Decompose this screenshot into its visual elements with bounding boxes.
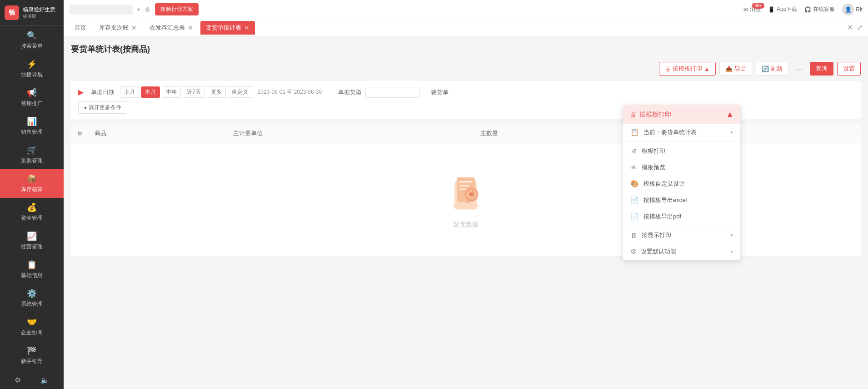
refresh-icon: 🔄	[762, 66, 769, 72]
export-button[interactable]: 📤 导出	[719, 62, 752, 76]
settings-bottom-icon[interactable]: ⚙	[15, 376, 21, 384]
date-btn-2[interactable]: 本年	[162, 86, 181, 98]
tab-close-order-stats[interactable]: ✕	[244, 24, 249, 31]
download-icon: 📱	[768, 6, 775, 13]
app-version: 标准版	[23, 13, 55, 20]
divider-1	[623, 141, 740, 142]
action-toolbar: 🖨 按模板打印 ▲ 📤 导出 🔄 刷新 ··· 查询 设置	[71, 62, 861, 76]
user-avatar: 👤	[842, 4, 854, 15]
template-design-item[interactable]: 🎨 模板自定义设计	[623, 176, 740, 192]
svg-point-8	[472, 189, 476, 192]
col-header-unit: 主计量单位	[228, 125, 475, 142]
sidebar-label-operations: 经营管理	[21, 243, 43, 251]
display-print-item[interactable]: 🖥 按显示打印 ▾	[623, 227, 740, 243]
type-filter-label: 单据类型	[338, 88, 362, 96]
message-button[interactable]: ✉ 消息 99+	[743, 5, 761, 13]
empty-illustration	[443, 170, 489, 215]
expand-conditions-button[interactable]: ▾ 展开更多条件	[78, 101, 127, 114]
sidebar-item-inventory[interactable]: 📦库存核算	[0, 169, 64, 198]
purchase-icon: 🛒	[27, 145, 37, 155]
template-export-excel-item[interactable]: 📄 按模板导出excel	[623, 192, 740, 208]
sidebar-item-purchase[interactable]: 🛒采购管理	[0, 141, 64, 169]
pdf-item-icon: 📄	[630, 212, 639, 221]
print-dropdown-header: 🖨 按模板打印 ▲	[623, 105, 740, 124]
sidebar-item-basic[interactable]: 📋基础信息	[0, 255, 64, 284]
app-download-btn[interactable]: 📱 App下载	[768, 5, 797, 13]
template-export-pdf-item[interactable]: 📄 按模板导出pdf	[623, 208, 740, 225]
dropdown-close-icon[interactable]: ▲	[726, 110, 734, 119]
sidebar-label-enterprise: 企业协同	[21, 329, 43, 337]
headset-icon: 🎧	[804, 6, 811, 13]
print-template-button[interactable]: 🖨 按模板打印 ▲	[659, 62, 716, 76]
date-filter-buttons: 上月本月本年近7天更多自定义	[120, 86, 252, 98]
sidebar-item-finance[interactable]: 💰资金管理	[0, 198, 64, 227]
sidebar-item-system[interactable]: ⚙️系统管理	[0, 284, 64, 313]
more-options-icon[interactable]: ···	[792, 62, 806, 76]
topbar: ▾ ⚙ 体验行业方案 ✉ 消息 99+ 📱 App下载 🎧 在线客服 👤 Rit	[64, 0, 868, 19]
audio-icon[interactable]: 🔈	[40, 376, 50, 384]
query-button[interactable]: 查询	[810, 62, 833, 76]
sidebar-label-finance: 资金管理	[21, 214, 43, 222]
user-profile[interactable]: 👤 Rit	[842, 4, 863, 15]
print-item-icon: 🖨	[630, 147, 637, 155]
date-btn-4[interactable]: 更多	[207, 86, 226, 98]
sidebar-item-enterprise[interactable]: 🤝企业协同	[0, 313, 64, 341]
close-window-icon[interactable]: ✕	[847, 23, 853, 32]
print-arrow-icon: ▲	[704, 66, 710, 72]
tab-home[interactable]: 首页	[69, 21, 92, 35]
logo-icon: 畅	[5, 5, 19, 20]
gear-column-icon[interactable]: ⚙	[77, 130, 83, 137]
sidebar-item-search[interactable]: 🔍搜索菜单	[0, 26, 64, 55]
sidebar-item-quicknav[interactable]: ⚡快捷导航	[0, 55, 64, 83]
date-btn-1[interactable]: 本月	[141, 86, 160, 98]
date-range-display: 2023-06-01 至 2023-06-30	[258, 88, 322, 96]
expand-collapse-btn[interactable]: ▶	[78, 88, 84, 96]
preview-item-icon: 👁	[630, 164, 637, 172]
topbar-arrow-icon[interactable]: ▾	[137, 6, 140, 13]
guide-icon: 🏁	[27, 346, 37, 356]
date-btn-5[interactable]: 自定义	[228, 86, 252, 98]
page-content: 要货单统计表(按商品) 🖨 按模板打印 ▲ 📤 导出 🔄 刷新 ··· 查询 设…	[64, 36, 868, 389]
experience-button[interactable]: 体验行业方案	[155, 3, 199, 15]
tab-close-inventory-batch[interactable]: ✕	[131, 24, 137, 31]
sidebar-item-guide[interactable]: 🏁新手引导	[0, 341, 64, 370]
sidebar-item-sales[interactable]: 📊销售管理	[0, 112, 64, 141]
display-arrow-icon: ▾	[730, 232, 733, 238]
sidebar-item-marketing[interactable]: 📢营销推广	[0, 83, 64, 112]
system-icon: ⚙️	[27, 288, 37, 298]
type-select-wrapper	[365, 87, 420, 98]
date-btn-0[interactable]: 上月	[120, 86, 139, 98]
type-select[interactable]	[365, 87, 420, 98]
tab-close-receipt-summary[interactable]: ✕	[188, 24, 193, 31]
sidebar-label-guide: 新手引导	[21, 358, 43, 365]
inventory-icon: 📦	[27, 174, 37, 184]
tab-inventory-batch[interactable]: 库存批次账✕	[94, 21, 142, 35]
sidebar-label-quicknav: 快捷导航	[21, 71, 43, 79]
print-current-template-item[interactable]: 📋 当前：要货单统计表 ▾	[623, 124, 740, 141]
sidebar-label-search: 搜索菜单	[21, 42, 43, 50]
tab-order-stats[interactable]: 要货单统计表✕	[200, 21, 255, 35]
sales-icon: 📊	[27, 116, 37, 126]
settings-button[interactable]: 设置	[837, 62, 861, 76]
topbar-gear-icon[interactable]: ⚙	[145, 6, 150, 13]
sidebar-item-operations[interactable]: 📈经营管理	[0, 227, 64, 255]
sidebar-label-system: 系统管理	[21, 300, 43, 308]
tab-receipt-summary[interactable]: 收发存汇总表✕	[144, 21, 199, 35]
topbar-right: ✉ 消息 99+ 📱 App下载 🎧 在线客服 👤 Rit	[743, 4, 863, 15]
sidebar-label-marketing: 营销推广	[21, 100, 43, 107]
page-title: 要货单统计表(按商品)	[71, 44, 861, 55]
date-btn-3[interactable]: 近7天	[183, 86, 205, 98]
refresh-button[interactable]: 🔄 刷新	[756, 62, 788, 76]
set-default-item[interactable]: ⚙ 设置默认功能 ▾	[623, 243, 740, 260]
template-print-item[interactable]: 🖨 模板打印	[623, 143, 740, 159]
divider-2	[623, 226, 740, 226]
table-header-row: ⚙商品主计量单位主数量零售金额	[71, 125, 861, 142]
expand-window-icon[interactable]: ⤢	[857, 23, 863, 32]
sidebar-label-inventory: 库存核算	[21, 186, 43, 193]
design-item-icon: 🎨	[630, 180, 639, 188]
export-icon: 📤	[725, 66, 733, 72]
empty-text: 暂无数据	[453, 221, 479, 229]
template-preview-item[interactable]: 👁 模板预览	[623, 159, 740, 176]
topbar-search-input[interactable]	[69, 5, 133, 15]
online-service-btn[interactable]: 🎧 在线客服	[804, 5, 835, 13]
